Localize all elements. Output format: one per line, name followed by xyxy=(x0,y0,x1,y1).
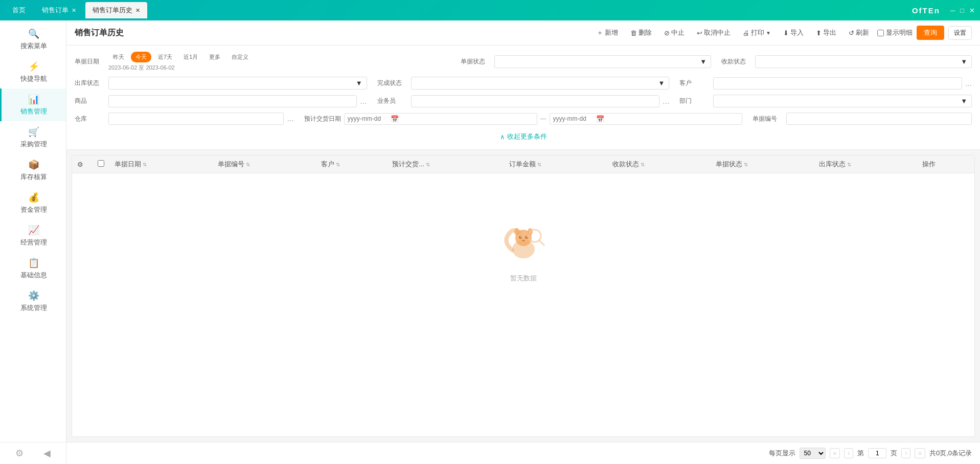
date-chip-last1m[interactable]: 近1月 xyxy=(179,52,202,62)
filter-salesman-item: 业务员 ... xyxy=(377,95,670,107)
th-customer[interactable]: 客户 ⇅ xyxy=(316,156,387,173)
filter-row-1: 单据日期 昨天 今天 近7天 近1月 更多 自定义 2023-06-02 至 2… xyxy=(75,52,972,72)
table-settings-icon[interactable]: ⚙ xyxy=(77,161,83,168)
filter-warehouse-dots[interactable]: ... xyxy=(287,114,293,123)
sidebar-item-system[interactable]: ⚙️ 系统管理 xyxy=(0,285,66,318)
last-page-btn[interactable]: » xyxy=(915,448,925,458)
filter-delivery-date-label: 预计交货日期 xyxy=(304,115,341,123)
pagination: 每页显示 20 50 100 « ‹ 第 页 › » 共0页,0条记录 xyxy=(66,442,980,464)
th-no[interactable]: 单据编号 ⇅ xyxy=(213,156,316,173)
close-tab-sales-history[interactable]: ✕ xyxy=(135,7,140,14)
filter-dept-select[interactable]: ▼ xyxy=(713,95,972,107)
th-pay-status[interactable]: 收款状态 ⇅ xyxy=(607,156,711,173)
first-page-btn[interactable]: « xyxy=(830,448,840,458)
filter-delivery-date-item: 预计交货日期 📅 — 📅 xyxy=(304,113,743,125)
sidebar-item-sales-mgmt[interactable]: 📊 销售管理 xyxy=(0,89,66,121)
th-order-status[interactable]: 单据状态 ⇅ xyxy=(711,156,814,173)
sidebar-item-operations[interactable]: 📈 经营管理 xyxy=(0,219,66,252)
close-tab-sales-order[interactable]: ✕ xyxy=(72,7,76,14)
window-minimize[interactable]: ─ xyxy=(950,7,955,14)
sort-date-icon[interactable]: ⇅ xyxy=(143,162,147,167)
date-chip-yesterday[interactable]: 昨天 xyxy=(108,52,129,62)
sort-no-icon[interactable]: ⇅ xyxy=(246,162,250,167)
filter-out-status-select[interactable]: ▼ xyxy=(108,77,367,90)
tab-sales-order-history[interactable]: 销售订单历史 ✕ xyxy=(85,2,147,18)
add-button[interactable]: ＋ 新增 xyxy=(592,26,622,39)
query-button[interactable]: 查询 xyxy=(917,26,944,40)
sort-customer-icon[interactable]: ⇅ xyxy=(336,162,340,167)
cancel-stop-button[interactable]: ↩ 取消中止 xyxy=(693,26,735,39)
filter-dept-item: 部门 ▼ xyxy=(679,95,972,107)
sidebar-item-search-menu[interactable]: 🔍 搜索菜单 xyxy=(0,23,66,56)
date-chip-last7[interactable]: 近7天 xyxy=(153,52,177,62)
calendar-end-icon[interactable]: 📅 xyxy=(596,115,604,123)
sidebar-item-inventory[interactable]: 📦 库存核算 xyxy=(0,154,66,187)
window-maximize[interactable]: □ xyxy=(960,7,964,14)
prev-page-btn[interactable]: ‹ xyxy=(844,448,853,458)
filter-complete-status-select[interactable]: ▼ xyxy=(411,77,670,90)
th-out-status[interactable]: 出库状态 ⇅ xyxy=(814,156,917,173)
tab-sales-order[interactable]: 销售订单 ✕ xyxy=(35,2,83,18)
filter-customer-input[interactable] xyxy=(713,77,962,90)
filter-row-3: 商品 ... 业务员 ... 部门 ▼ xyxy=(75,95,972,107)
th-amount[interactable]: 订单金额 ⇅ xyxy=(504,156,607,173)
page-header: 销售订单历史 ＋ 新增 🗑 删除 ⊘ 中止 ↩ 取消中止 xyxy=(66,20,980,46)
filter-salesman-input[interactable] xyxy=(411,95,659,107)
tab-home[interactable]: 首页 xyxy=(5,2,33,18)
refresh-button[interactable]: ↺ 刷新 xyxy=(845,26,873,39)
date-separator: — xyxy=(540,115,546,122)
finance-icon: 💰 xyxy=(28,192,39,203)
window-close[interactable]: ✕ xyxy=(969,7,975,14)
delivery-date-end-wrap: 📅 xyxy=(550,113,743,125)
filter-pay-status-item: 收款状态 ▼ xyxy=(721,55,972,68)
settings-button[interactable]: 设置 xyxy=(948,26,972,40)
filter-salesman-dots[interactable]: ... xyxy=(663,97,669,106)
settings-bottom-icon[interactable]: ⚙ xyxy=(15,448,24,459)
sort-amount-icon[interactable]: ⇅ xyxy=(537,162,541,167)
import-button[interactable]: ⬇ 导入 xyxy=(779,26,808,39)
print-button[interactable]: 🖨 打印 ▼ xyxy=(739,26,775,39)
delivery-date-end-input[interactable] xyxy=(553,115,594,122)
filter-order-status-select[interactable]: ▼ xyxy=(494,55,711,68)
stop-icon: ⊘ xyxy=(664,29,670,37)
sort-pay-status-icon[interactable]: ⇅ xyxy=(641,162,645,167)
filter-customer-dots[interactable]: ... xyxy=(965,79,972,88)
filter-pay-status-select[interactable]: ▼ xyxy=(755,55,972,68)
th-check[interactable] xyxy=(93,156,109,173)
filter-goods-dots[interactable]: ... xyxy=(360,97,367,106)
date-chip-custom[interactable]: 自定义 xyxy=(227,52,253,62)
delivery-date-start-input[interactable] xyxy=(348,115,389,122)
sort-delivery-icon[interactable]: ⇅ xyxy=(426,162,430,167)
per-page-select[interactable]: 20 50 100 xyxy=(800,448,826,459)
sidebar-item-finance[interactable]: 💰 资金管理 xyxy=(0,187,66,219)
filter-goods-label: 商品 xyxy=(75,97,105,105)
cancel-stop-icon: ↩ xyxy=(697,29,702,37)
display-dense-checkbox[interactable] xyxy=(877,30,884,36)
sidebar-item-info[interactable]: 📋 基础信息 xyxy=(0,252,66,285)
date-chip-more[interactable]: 更多 xyxy=(204,52,225,62)
sidebar-item-purchase-mgmt[interactable]: 🛒 采购管理 xyxy=(0,121,66,154)
sort-out-status-icon[interactable]: ⇅ xyxy=(847,162,851,167)
stop-button[interactable]: ⊘ 中止 xyxy=(660,26,689,39)
collapse-filter-row[interactable]: ∧ 收起更多条件 xyxy=(75,130,972,143)
filter-order-no-input[interactable] xyxy=(786,113,972,125)
sort-order-status-icon[interactable]: ⇅ xyxy=(744,162,748,167)
sidebar-item-quick-nav[interactable]: ⚡ 快捷导航 xyxy=(0,56,66,89)
filter-goods-input[interactable] xyxy=(108,95,357,107)
page-number-input[interactable] xyxy=(868,448,886,458)
th-delivery[interactable]: 预计交货... ⇅ xyxy=(387,156,504,173)
display-dense-toggle[interactable]: 显示明细 xyxy=(877,28,913,37)
sidebar-collapse-icon[interactable]: ◀ xyxy=(43,448,51,459)
filter-warehouse-input[interactable] xyxy=(108,113,284,125)
export-button[interactable]: ⬆ 导出 xyxy=(812,26,840,39)
th-date[interactable]: 单据日期 ⇅ xyxy=(109,156,213,173)
total-text: 共0页,0条记录 xyxy=(929,449,972,458)
filter-pay-status-label: 收款状态 xyxy=(721,57,752,66)
th-settings[interactable]: ⚙ xyxy=(72,156,93,173)
select-all-checkbox[interactable] xyxy=(98,160,104,167)
filter-goods-item: 商品 ... xyxy=(75,95,367,107)
next-page-btn[interactable]: › xyxy=(901,448,910,458)
delete-button[interactable]: 🗑 删除 xyxy=(626,26,656,39)
calendar-start-icon[interactable]: 📅 xyxy=(391,115,399,123)
date-chip-today[interactable]: 今天 xyxy=(131,52,151,62)
